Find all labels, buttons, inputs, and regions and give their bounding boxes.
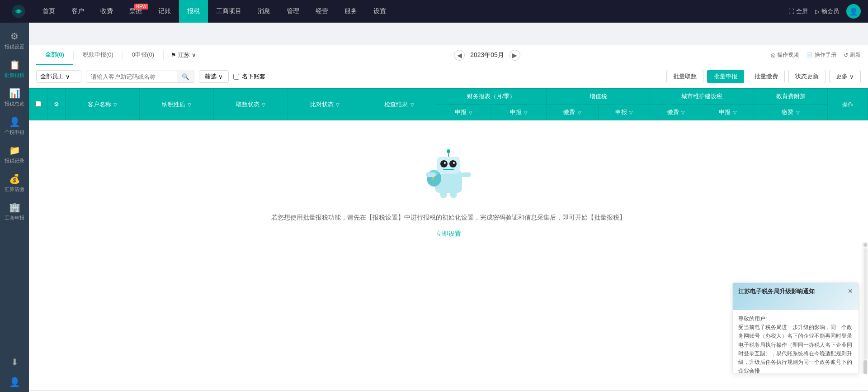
sidebar-item-download[interactable]: ⬇: [0, 352, 29, 372]
notif-greeting: 尊敬的用户:: [738, 315, 853, 323]
th-edu-declare: 申报 ▽: [702, 105, 754, 120]
nav-item-tax[interactable]: 报税: [179, 0, 208, 23]
vip-btn[interactable]: ▷ 畅会员: [815, 7, 839, 15]
svg-rect-8: [443, 169, 454, 170]
svg-point-1: [17, 10, 20, 13]
th-vat-declare: 申报 ▽: [491, 105, 547, 120]
empty-robot: ¥: [421, 148, 476, 202]
nav-item-accounting[interactable]: 记账: [150, 0, 179, 23]
tab-zero-declare[interactable]: 0申报 ( 0 ): [123, 45, 163, 65]
filter-icon[interactable]: ▽: [629, 110, 633, 115]
nav-item-operation[interactable]: 经营: [307, 0, 336, 23]
nav-item-service[interactable]: 服务: [336, 0, 365, 23]
th-compare-status: 比对状态 ▽: [288, 89, 362, 120]
sidebar-item-tax-overview[interactable]: 📊 报税总览: [0, 83, 29, 112]
horizontal-scrollbar[interactable]: ◀: [29, 390, 868, 392]
nav-item-management[interactable]: 管理: [278, 0, 307, 23]
filter-icon[interactable]: ▽: [796, 110, 800, 115]
scroll-down-thumb[interactable]: [863, 360, 867, 374]
sidebar-item-batch-tax[interactable]: 📋 批量报税: [0, 55, 29, 83]
filter-icon[interactable]: ▽: [336, 102, 340, 107]
employee-select[interactable]: 全部员工 ∨: [36, 70, 81, 83]
filter-icon[interactable]: ▽: [681, 110, 685, 115]
filter-icon[interactable]: ▽: [113, 102, 117, 107]
setup-link[interactable]: 立即设置: [436, 227, 461, 240]
svg-point-4: [440, 160, 448, 167]
svg-point-7: [453, 162, 455, 164]
th-urban-pay: 缴费 ▽: [650, 105, 702, 120]
search-button[interactable]: 🔍: [177, 71, 194, 82]
current-month: 2023年05月: [470, 51, 504, 59]
filter-icon[interactable]: ▽: [188, 102, 191, 107]
province-selector[interactable]: ⚑ 江苏 ∨: [164, 51, 203, 59]
svg-rect-3: [437, 157, 460, 174]
svg-point-6: [444, 162, 446, 164]
tax-records-icon: 📁: [9, 145, 20, 156]
th-customer-name: 客户名称 ▽: [66, 89, 140, 120]
nav-item-invoice[interactable]: 票据 NEW: [121, 0, 150, 23]
logo[interactable]: [7, 0, 30, 23]
svg-point-17: [447, 149, 450, 153]
svg-rect-12: [426, 172, 436, 177]
th-operation: 操作: [827, 89, 868, 120]
nav-items: 首页 客户 收费 票据 NEW 记账 报税 工商项目 消息 管理 经营 服务 设…: [34, 0, 788, 23]
sidebar-item-tax-settings[interactable]: ⚙ 报税设置: [0, 26, 29, 55]
th-fetch-status: 取数状态 ▽: [214, 89, 288, 120]
select-all-checkbox[interactable]: [35, 101, 41, 107]
nav-item-customer[interactable]: 客户: [63, 0, 92, 23]
empty-state: ¥: [29, 120, 868, 267]
account-checkbox-label[interactable]: 名下账套: [233, 72, 265, 81]
filter-btn[interactable]: 筛选 ∨: [199, 70, 229, 83]
sidebar-item-annual-report[interactable]: 🏢 工商年报: [0, 197, 29, 226]
account-checkbox[interactable]: [233, 74, 239, 80]
tabs-right: ◎ 操作视频 📄 操作手册 ↺ 刷新: [771, 51, 861, 59]
svg-point-5: [449, 160, 457, 167]
avatar[interactable]: 👤: [846, 4, 861, 19]
annual-report-icon: 🏢: [9, 202, 20, 213]
th-settings[interactable]: ⚙: [47, 89, 66, 120]
scroll-up-thumb[interactable]: [863, 243, 867, 247]
notif-close-btn[interactable]: ✕: [848, 287, 853, 295]
batch-fetch-btn[interactable]: 批量取数: [666, 70, 703, 83]
tab-all[interactable]: 全部 ( 0 ): [36, 45, 73, 65]
sidebar-bottom: ⬇ 👤: [0, 352, 29, 392]
sidebar-item-tax-records[interactable]: 📁 报税记录: [0, 140, 29, 169]
tabs-bar: 全部 ( 0 ) 税款申报 ( 0 ) 0申报 ( 0 ) ⚑ 江苏 ∨ ◀ 2…: [29, 45, 868, 65]
fullscreen-btn[interactable]: ⛶ 全屏: [788, 7, 808, 15]
more-btn[interactable]: 更多 ∨: [829, 70, 861, 83]
sidebar-item-profile[interactable]: 👤: [0, 372, 29, 392]
next-month-btn[interactable]: ▶: [509, 50, 520, 61]
right-scrollbar[interactable]: [862, 242, 868, 374]
th-vat-pay: 缴费 ▽: [546, 105, 598, 120]
nav-item-industrial[interactable]: 工商项目: [208, 0, 250, 23]
nav-item-home[interactable]: 首页: [34, 0, 63, 23]
svg-rect-14: [440, 191, 447, 198]
new-badge: NEW: [134, 4, 148, 10]
filter-icon[interactable]: ▽: [524, 110, 528, 115]
sidebar-item-settlement[interactable]: 💰 汇算清缴: [0, 169, 29, 197]
batch-declare-btn[interactable]: 批量申报: [707, 70, 744, 83]
filter-icon[interactable]: ▽: [469, 110, 472, 115]
filter-icon[interactable]: ▽: [578, 110, 581, 115]
nav-item-billing[interactable]: 收费: [92, 0, 121, 23]
th-checkbox[interactable]: [29, 89, 47, 120]
search-input[interactable]: [86, 71, 177, 82]
refresh-btn[interactable]: ↺ 刷新: [844, 51, 861, 59]
nav-item-settings[interactable]: 设置: [365, 0, 394, 23]
th-check-result: 检查结果 ▽: [362, 89, 436, 120]
tab-tax-declare[interactable]: 税款申报 ( 0 ): [74, 45, 123, 65]
prev-month-btn[interactable]: ◀: [454, 50, 465, 61]
nav-item-message[interactable]: 消息: [250, 0, 278, 23]
notif-body: 尊敬的用户: 受当前电子税务局进一步升级的影响，同一个政务网账号（办税人）名下的…: [733, 310, 859, 373]
operation-video-btn[interactable]: ◎ 操作视频: [771, 51, 799, 59]
notification-panel: 江苏电子税务局升级影响通知 ✕ 尊敬的用户: 受当前电子税务局进一步升级的影响，…: [732, 282, 859, 374]
operation-manual-btn[interactable]: 📄 操作手册: [806, 51, 836, 59]
filter-icon[interactable]: ▽: [262, 102, 265, 107]
top-nav: 首页 客户 收费 票据 NEW 记账 报税 工商项目 消息 管理 经营 服务 设…: [0, 0, 868, 23]
batch-pay-btn[interactable]: 批量缴费: [748, 70, 785, 83]
empty-message: 若您想使用批量报税功能，请先在【报税设置】中进行报税的初始化设置，完成密码验证和…: [271, 211, 626, 224]
status-update-btn[interactable]: 状态更新: [788, 70, 826, 83]
filter-icon[interactable]: ▽: [733, 110, 737, 115]
sidebar-item-personal-tax[interactable]: 👤 个税申报: [0, 112, 29, 140]
filter-icon[interactable]: ▽: [410, 102, 414, 107]
